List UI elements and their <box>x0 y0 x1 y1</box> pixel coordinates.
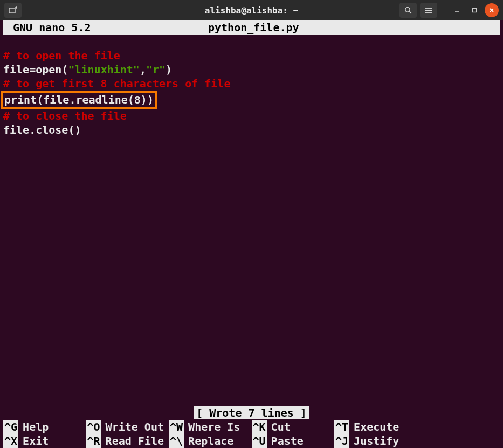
svg-line-4 <box>409 11 411 13</box>
close-button[interactable] <box>485 3 499 17</box>
shortcut-help: ^GHelp <box>3 420 86 434</box>
editor-content[interactable]: # to open the file file=open("linuxhint"… <box>3 35 500 137</box>
code-line: # to open the file <box>3 49 120 62</box>
search-icon <box>404 6 412 15</box>
shortcut-whereis: ^WWhere Is <box>169 420 252 434</box>
maximize-icon <box>472 8 477 13</box>
shortcut-key: ^U <box>252 434 267 448</box>
code-string: "linuxhint" <box>68 63 139 76</box>
shortcut-key: ^G <box>3 420 18 434</box>
shortcut-justify: ^JJustify <box>334 434 417 448</box>
shortcut-paste: ^UPaste <box>252 434 335 448</box>
search-button[interactable] <box>399 3 417 18</box>
shortcut-label: Write Out <box>101 420 164 434</box>
code-line: file.close() <box>3 123 81 136</box>
new-tab-button[interactable] <box>4 3 22 18</box>
menu-icon <box>425 7 433 14</box>
shortcut-label: Replace <box>184 434 233 448</box>
shortcut-key: ^W <box>169 420 184 434</box>
shortcut-key: ^K <box>252 420 267 434</box>
shortcut-writeout: ^OWrite Out <box>86 420 169 434</box>
nano-header: GNU nano 5.2 python_file.py <box>3 20 500 35</box>
shortcut-readfile: ^RRead File <box>86 434 169 448</box>
shortcut-key: ^\ <box>169 434 184 448</box>
nano-status-text: [ Wrote 7 lines ] <box>194 406 309 419</box>
shortcut-label: Cut <box>267 420 291 434</box>
shortcut-key: ^R <box>86 434 101 448</box>
highlight-annotation: print(file.readline(8)) <box>1 91 157 109</box>
shortcut-label: Read File <box>101 434 164 448</box>
svg-rect-0 <box>9 8 15 13</box>
shortcut-replace: ^\Replace <box>169 434 252 448</box>
window-titlebar: alishba@alishba: ~ <box>0 0 503 20</box>
shortcut-execute: ^TExecute <box>334 420 417 434</box>
nano-status-line: [ Wrote 7 lines ] <box>3 406 500 420</box>
shortcut-label: Exit <box>18 434 49 448</box>
code-line: # to get first 8 characters of file <box>3 77 230 90</box>
shortcut-key: ^X <box>3 434 18 448</box>
nano-app-title: GNU nano 5.2 <box>3 20 208 35</box>
shortcut-key: ^J <box>334 434 349 448</box>
code-line: , <box>140 63 146 76</box>
new-tab-icon <box>9 6 17 14</box>
code-line: # to close the file <box>3 109 127 122</box>
shortcut-label: Where Is <box>184 420 240 434</box>
nano-file-name: python_file.py <box>208 20 500 35</box>
code-string: "r" <box>146 63 166 76</box>
terminal-area[interactable]: GNU nano 5.2 python_file.py # to open th… <box>3 20 500 448</box>
minimize-button[interactable] <box>450 3 464 17</box>
shortcut-label: Justify <box>349 434 399 448</box>
maximize-button[interactable] <box>467 3 481 17</box>
shortcut-key: ^T <box>334 420 349 434</box>
code-line: print(file.readline(8)) <box>4 93 154 106</box>
code-line: ) <box>166 63 172 76</box>
svg-point-3 <box>405 7 409 11</box>
shortcut-exit: ^XExit <box>3 434 86 448</box>
shortcut-label: Paste <box>267 434 304 448</box>
minimize-icon <box>454 8 460 13</box>
close-icon <box>489 8 494 13</box>
menu-button[interactable] <box>420 3 437 18</box>
shortcut-label: Help <box>18 420 49 434</box>
shortcut-cut: ^KCut <box>252 420 335 434</box>
nano-shortcuts: ^GHelp ^OWrite Out ^WWhere Is ^KCut ^TEx… <box>3 420 500 448</box>
code-line: file=open( <box>3 63 68 76</box>
svg-rect-9 <box>473 9 477 12</box>
shortcut-key: ^O <box>86 420 101 434</box>
shortcut-label: Execute <box>349 420 399 434</box>
